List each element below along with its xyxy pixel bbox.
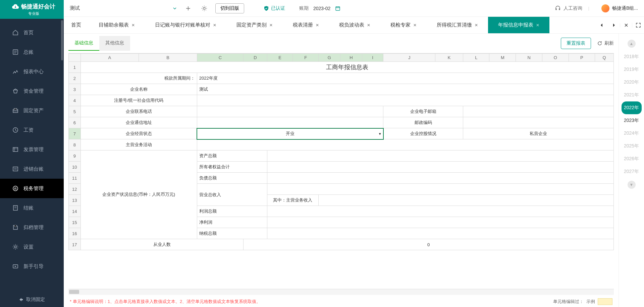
settings-button[interactable] — [199, 3, 209, 13]
row-header-14[interactable]: 14 — [69, 206, 81, 217]
year-2020年[interactable]: 2020年 — [622, 76, 642, 89]
sidebar-item-1[interactable]: 总账 — [0, 42, 64, 62]
spreadsheet[interactable]: ABCDEFGHIJKLMNOPQ1工商年报信息表2税款所属期间：2022年度3… — [68, 53, 614, 289]
col-header-M[interactable]: M — [489, 54, 516, 62]
business-status-cell[interactable]: 开业▼ — [197, 128, 383, 139]
row-header-12[interactable]: 12 — [69, 184, 81, 195]
tab-2[interactable]: 固定资产类别✕ — [226, 17, 283, 33]
tab-4[interactable]: 税负波动表✕ — [329, 17, 380, 33]
col-header-O[interactable]: O — [542, 54, 569, 62]
tabs-scroll-right[interactable] — [608, 23, 620, 28]
year-2018年[interactable]: 2018年 — [622, 50, 642, 63]
col-header-B[interactable]: B — [139, 54, 197, 62]
col-header-H[interactable]: H — [340, 54, 362, 62]
tab-3[interactable]: 税表清册✕ — [283, 17, 329, 33]
sidebar-scrollbar[interactable] — [61, 20, 63, 60]
close-icon[interactable]: ✕ — [475, 23, 478, 28]
col-header-A[interactable]: A — [80, 54, 139, 62]
switch-old-version-button[interactable]: 切到旧版 — [215, 3, 244, 13]
row-header-15[interactable]: 15 — [69, 217, 81, 228]
close-icon[interactable]: ✕ — [367, 23, 370, 28]
company-selector[interactable]: 测试 — [70, 5, 177, 11]
col-header-I[interactable]: I — [362, 54, 383, 62]
col-header-G[interactable]: G — [318, 54, 340, 62]
row-header-11[interactable]: 11 — [69, 173, 81, 184]
col-header-D[interactable]: D — [244, 54, 267, 62]
year-2021年[interactable]: 2021年 — [622, 89, 642, 101]
year-scroll-down[interactable]: ▼ — [628, 181, 636, 189]
year-2019年[interactable]: 2019年 — [622, 63, 642, 76]
col-header-P[interactable]: P — [569, 54, 595, 62]
row-header-1[interactable]: 1 — [69, 62, 81, 73]
close-icon[interactable]: ✕ — [413, 23, 417, 28]
year-2022年[interactable]: 2022年 — [622, 101, 642, 114]
tabs-close-all[interactable] — [620, 23, 632, 27]
year-2025年[interactable]: 2025年 — [622, 140, 642, 152]
row-header-4[interactable]: 4 — [69, 95, 81, 106]
reset-report-button[interactable]: 重置报表 — [561, 38, 591, 49]
tab-7[interactable]: 年报信息申报表✕ — [488, 17, 549, 33]
close-icon[interactable]: ✕ — [213, 23, 216, 28]
col-header-K[interactable]: K — [435, 54, 463, 62]
sidebar-item-2[interactable]: 报表中心 — [0, 62, 64, 81]
col-header-C[interactable]: C — [197, 54, 243, 62]
tab-6[interactable]: 所得税汇算清缴✕ — [427, 17, 488, 33]
col-header-F[interactable]: F — [293, 54, 318, 62]
unpin-sidebar[interactable]: 取消固定 — [0, 292, 64, 307]
subtab-basic[interactable]: 基础信息 — [68, 36, 99, 51]
select-all-cell[interactable] — [69, 54, 81, 62]
col-header-N[interactable]: N — [516, 54, 542, 62]
year-scroll-up[interactable]: ▲ — [628, 40, 636, 48]
year-2024年[interactable]: 2024年 — [622, 127, 642, 140]
row-header-16[interactable]: 16 — [69, 228, 81, 239]
close-icon[interactable]: ✕ — [536, 23, 539, 28]
tabs-fullscreen[interactable] — [632, 23, 644, 28]
col-header-Q[interactable]: Q — [595, 54, 613, 62]
tab-5[interactable]: 税检专家✕ — [380, 17, 427, 33]
sidebar-item-0[interactable]: 首页 — [0, 23, 64, 42]
horizontal-scrollbar[interactable] — [68, 289, 614, 295]
sidebar-item-10[interactable]: 归档管理 — [0, 218, 64, 237]
dropdown-arrow-icon[interactable]: ▼ — [378, 132, 382, 136]
row-header-6[interactable]: 6 — [69, 117, 81, 128]
sidebar-item-9[interactable]: 结账 — [0, 198, 64, 218]
row-header-8[interactable]: 8 — [69, 139, 81, 150]
close-icon[interactable]: ✕ — [131, 23, 135, 28]
close-icon[interactable]: ✕ — [316, 23, 319, 28]
row-header-2[interactable]: 2 — [69, 73, 81, 84]
sidebar-item-7[interactable]: 进销台账 — [0, 159, 64, 179]
tab-home[interactable]: 首页 — [64, 17, 89, 33]
sidebar-item-6[interactable]: 发票管理 — [0, 140, 64, 159]
row-header-7[interactable]: 7 — [69, 128, 81, 139]
sidebar-item-3[interactable]: 资金管理 — [0, 81, 64, 101]
sidebar-item-11[interactable]: 设置 — [0, 237, 64, 257]
row-header-10[interactable]: 10 — [69, 162, 81, 173]
sidebar-item-8[interactable]: 税税务管理 — [0, 179, 64, 198]
row-header-9[interactable]: 9 — [69, 150, 81, 162]
sidebar-item-4[interactable]: 固定资产 — [0, 101, 64, 120]
row-header-3[interactable]: 3 — [69, 84, 81, 95]
add-button[interactable] — [183, 3, 193, 13]
consult-button[interactable]: 人工咨询 — [555, 5, 582, 11]
refresh-button[interactable]: 刷新 — [597, 40, 614, 46]
col-header-L[interactable]: L — [463, 54, 489, 62]
col-header-E[interactable]: E — [267, 54, 293, 62]
user-menu[interactable]: 畅捷通B组... — [601, 4, 638, 12]
calendar-icon[interactable] — [335, 6, 340, 11]
year-2027年[interactable]: 2027年 — [622, 165, 642, 178]
tab-0[interactable]: 目辅助余额表✕ — [89, 17, 145, 33]
col-header-J[interactable]: J — [383, 54, 435, 62]
row-header-13[interactable]: 13 — [69, 195, 81, 206]
period-value[interactable]: 2023-02 — [313, 6, 330, 11]
row-header-17[interactable]: 17 — [69, 239, 81, 250]
sidebar-item-12[interactable]: 新手引导 — [0, 257, 64, 276]
year-2023年[interactable]: 2023年 — [622, 114, 642, 127]
tab-1[interactable]: 日记账与银行对账单核对✕ — [145, 17, 226, 33]
year-2026年[interactable]: 2026年 — [622, 152, 642, 165]
subtab-other[interactable]: 其他信息 — [99, 36, 130, 51]
sidebar-item-5[interactable]: 工资 — [0, 120, 64, 140]
chevron-down-icon — [172, 6, 177, 11]
tabs-scroll-left[interactable] — [596, 23, 608, 28]
row-header-5[interactable]: 5 — [69, 106, 81, 117]
close-icon[interactable]: ✕ — [269, 23, 273, 28]
